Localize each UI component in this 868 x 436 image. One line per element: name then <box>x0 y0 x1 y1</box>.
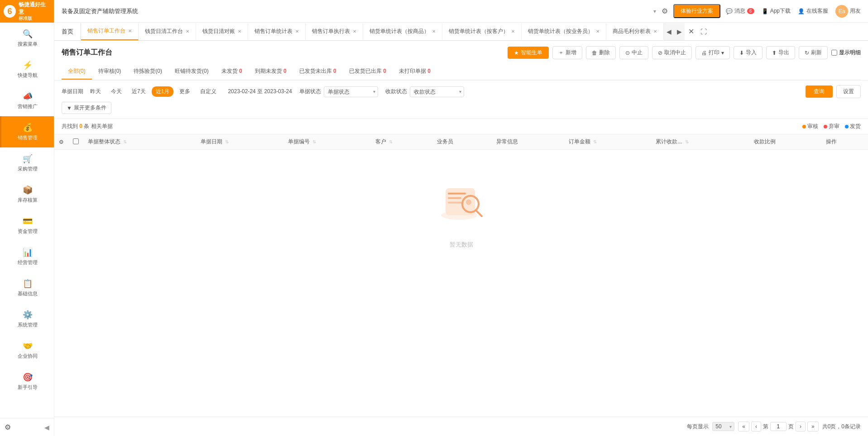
tab-close-icon[interactable]: ✕ <box>596 29 599 34</box>
tab-shipment-staff[interactable]: 销货单统计表（按业务员） ✕ <box>522 23 606 40</box>
tab-sales-exec[interactable]: 销售订单执行表 ✕ <box>306 23 363 40</box>
payment-select-wrapper: 收款状态 <box>410 86 464 97</box>
table-meta-actions: 审核 弃审 发货 <box>802 123 861 130</box>
smart-create-btn[interactable]: ★ 智能生单 <box>508 47 549 59</box>
date-btn-custom[interactable]: 自定义 <box>196 86 221 97</box>
tab-daily-reconcile[interactable]: 钱货日清对账 ✕ <box>196 23 248 40</box>
sidebar-item-quick-nav[interactable]: ⚡ 快捷导航 <box>0 54 54 85</box>
sidebar-item-guide[interactable]: 🎯 新手引导 <box>0 366 54 397</box>
close-all-tabs-btn[interactable]: ✕ <box>685 23 698 40</box>
tab-shipment-product[interactable]: 销货单统计表（按商品） ✕ <box>363 23 442 40</box>
sub-tab-overdue-ship[interactable]: 到期未发货 0 <box>249 64 293 80</box>
app-download-btn[interactable]: 📱 App下载 <box>762 7 791 15</box>
date-btn-7days[interactable]: 近7天 <box>128 86 150 97</box>
main-content: 装备及固定资产辅助管理系统 ▾ ⚙ 体验行业方案 💬 消息 6 📱 App下载 … <box>54 0 868 436</box>
th-checkbox[interactable] <box>68 134 83 150</box>
sub-tab-pending-review[interactable]: 待审核(0) <box>92 64 128 80</box>
page-header: 销售订单工作台 ★ 智能生单 ＋ 新增 🗑 删除 ⊙ <box>54 41 868 81</box>
date-btn-today[interactable]: 今天 <box>107 86 126 97</box>
tab-close-icon[interactable]: ✕ <box>295 29 299 34</box>
show-detail-checkbox[interactable] <box>831 50 837 56</box>
tab-daily-clear[interactable]: 钱货日清工作台 ✕ <box>139 23 196 40</box>
th-staff: 业务员 <box>432 134 492 150</box>
delete-btn[interactable]: 🗑 删除 <box>586 46 616 59</box>
filter-settings-btn[interactable]: 设置 <box>836 85 861 98</box>
select-all-checkbox[interactable] <box>73 138 79 144</box>
tabs-scroll-right[interactable]: ▶ <box>674 23 685 40</box>
collapse-icon[interactable]: ◀ <box>44 424 49 431</box>
tab-sales-order[interactable]: 销售订单工作台 ✕ <box>81 23 139 40</box>
refresh-btn[interactable]: ↻ 刷新 <box>799 46 828 59</box>
tab-sales-stats[interactable]: 销售订单统计表 ✕ <box>248 23 306 40</box>
page-first-btn[interactable]: « <box>738 422 749 431</box>
sidebar-item-purchase[interactable]: 🛒 采购管理 <box>0 147 54 179</box>
sidebar-item-management[interactable]: 📊 经营管理 <box>0 241 54 272</box>
sidebar-item-system[interactable]: ⚙️ 系统管理 <box>0 303 54 335</box>
tab-close-icon[interactable]: ✕ <box>511 29 515 34</box>
tab-close-icon[interactable]: ✕ <box>432 29 436 34</box>
cancel-audit-action[interactable]: 弃审 <box>824 123 839 130</box>
date-btn-yesterday[interactable]: 昨天 <box>86 86 105 97</box>
status-filter: 单据状态 单据状态 <box>299 86 378 97</box>
cancel-pause-btn[interactable]: ⊘ 取消中止 <box>652 46 692 59</box>
user-menu[interactable]: Ea 用友 <box>835 5 861 18</box>
status-select[interactable]: 单据状态 <box>324 86 378 97</box>
sidebar-item-marketing[interactable]: 📣 营销推广 <box>0 85 54 116</box>
show-detail-label[interactable]: 显示明细 <box>831 49 861 57</box>
tab-home[interactable]: 首页 <box>54 23 81 40</box>
sub-tab-all[interactable]: 全部(0) <box>62 64 92 80</box>
add-btn[interactable]: ＋ 新增 <box>552 46 582 59</box>
sidebar-item-search[interactable]: 🔍 搜索菜单 <box>0 23 54 54</box>
sub-tab-shipped-out[interactable]: 已发货已出库 0 <box>343 64 393 80</box>
table-body: 暂无数据 <box>54 150 868 276</box>
sidebar-item-finance[interactable]: 💳 资金管理 <box>0 210 54 241</box>
tab-close-icon[interactable]: ✕ <box>353 29 356 34</box>
page-prev-btn[interactable]: ‹ <box>751 422 761 431</box>
dropdown-arrow-icon[interactable]: ▾ <box>653 8 656 14</box>
date-btn-1month[interactable]: 近1月 <box>152 86 174 97</box>
sub-tab-shipped-not-out[interactable]: 已发货未出库 0 <box>293 64 343 80</box>
handshake-icon: 🤝 <box>23 341 33 351</box>
settings-icon[interactable]: ⚙ <box>5 423 11 431</box>
tab-close-icon[interactable]: ✕ <box>186 29 189 34</box>
sidebar-item-sales[interactable]: 💰 销售管理 <box>0 116 54 147</box>
th-settings[interactable]: ⚙ <box>54 134 68 150</box>
tab-shipment-customer[interactable]: 销货单统计表（按客户） ✕ <box>442 23 522 40</box>
expand-tabs-btn[interactable]: ⛶ <box>698 23 710 40</box>
tab-label: 销售订单统计表 <box>254 28 293 35</box>
cart-icon: 🛒 <box>23 154 33 164</box>
plus-icon: ＋ <box>558 49 564 57</box>
settings-config-icon[interactable]: ⚙ <box>662 7 668 15</box>
query-btn[interactable]: 查询 <box>806 85 833 98</box>
audit-action[interactable]: 审核 <box>802 123 818 130</box>
tabs-scroll-left[interactable]: ◀ <box>664 23 674 40</box>
payment-select[interactable]: 收款状态 <box>410 86 464 97</box>
date-btn-more[interactable]: 更多 <box>175 86 194 97</box>
sub-tab-wangpu-ship[interactable]: 旺铺待发货(0) <box>168 64 215 80</box>
tab-close-icon[interactable]: ✕ <box>128 28 132 33</box>
sidebar-item-basic-info[interactable]: 📋 基础信息 <box>0 272 54 303</box>
sub-tab-not-printed[interactable]: 未打印单据 0 <box>393 64 437 80</box>
tab-close-icon[interactable]: ✕ <box>238 29 241 34</box>
tab-margin-analysis[interactable]: 商品毛利分析表 ✕ <box>606 23 664 40</box>
page-input[interactable] <box>770 422 786 431</box>
card-icon: 💳 <box>23 216 33 226</box>
ship-action[interactable]: 发货 <box>845 123 861 130</box>
tab-close-icon[interactable]: ✕ <box>653 29 657 34</box>
sidebar-item-inventory[interactable]: 📦 库存核算 <box>0 179 54 210</box>
sub-tab-pending-check[interactable]: 待拣验货(0) <box>127 64 168 80</box>
import-btn[interactable]: ⬇ 导入 <box>734 46 762 59</box>
pause-btn[interactable]: ⊙ 中止 <box>619 46 648 59</box>
export-btn[interactable]: ⬆ 导出 <box>766 46 795 59</box>
page-next-btn[interactable]: › <box>796 422 806 431</box>
online-service-btn[interactable]: 👤 在线客服 <box>798 7 828 15</box>
sub-tab-not-shipped[interactable]: 未发货 0 <box>215 64 249 80</box>
page-last-btn[interactable]: » <box>807 422 819 431</box>
empty-illustration <box>434 177 489 235</box>
messages-btn[interactable]: 💬 消息 6 <box>726 7 754 15</box>
expand-filter-btn[interactable]: ▼ 展开更多条件 <box>62 102 111 114</box>
per-page-select[interactable]: 50 100 200 <box>712 422 734 431</box>
sidebar-item-collab[interactable]: 🤝 企业协同 <box>0 335 54 366</box>
print-btn[interactable]: 🖨 打印 ▾ <box>695 46 730 59</box>
industry-btn[interactable]: 体验行业方案 <box>673 4 720 18</box>
